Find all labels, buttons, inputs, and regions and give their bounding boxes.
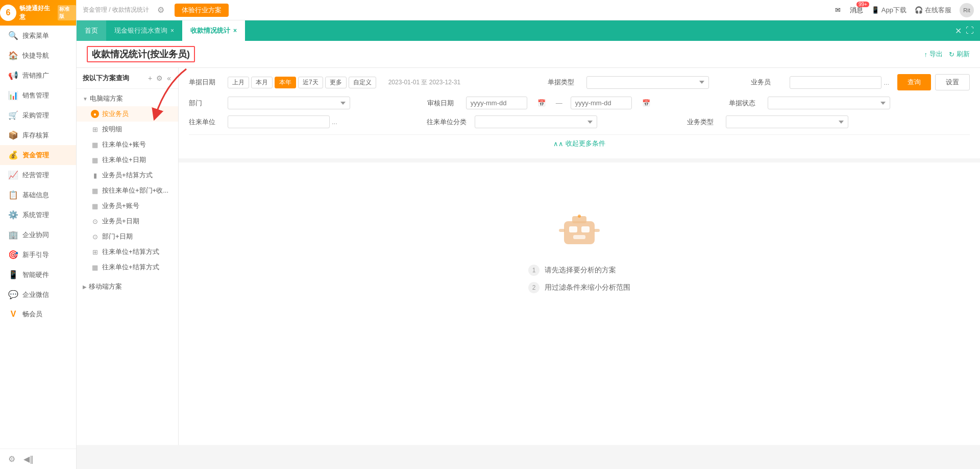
- tab-bank-flow-close[interactable]: ×: [170, 27, 174, 34]
- scheme-pc-group-header[interactable]: ▼ 电脑端方案: [77, 91, 178, 106]
- staff-input[interactable]: [790, 76, 881, 89]
- tab-collection-stats-close[interactable]: ×: [233, 27, 237, 34]
- scheme-item-unit-dept-collect[interactable]: ▦ 按往来单位+部门+收...: [77, 183, 178, 198]
- scheme-item-dept-date[interactable]: ⊙ 部门+日期: [77, 229, 178, 244]
- review-date-calendar-from[interactable]: 📅: [537, 99, 546, 107]
- filter-row-2: 部门 审核日期 📅 — 📅: [189, 97, 970, 109]
- staff-settle-label: 业务员+结算方式: [102, 171, 153, 180]
- scheme-mobile-group-header[interactable]: ▶ 移动端方案: [77, 279, 178, 294]
- sidebar-item-enterprise[interactable]: 🏢 企业协同: [0, 225, 76, 245]
- date-btn-last-month[interactable]: 上月: [228, 77, 249, 88]
- scheme-item-staff-date[interactable]: ⊙ 业务员+日期: [77, 214, 178, 229]
- sidebar-item-marketing[interactable]: 📢 营销推广: [0, 65, 76, 85]
- sidebar-item-operations[interactable]: 📈 经营管理: [0, 165, 76, 185]
- unit-dept-collect-label: 按往来单位+部门+收...: [102, 186, 168, 195]
- scheme-item-unit-account[interactable]: ▦ 往来单位+账号: [77, 137, 178, 152]
- collapse-sidebar-icon[interactable]: ◀‖: [23, 454, 34, 464]
- export-label: 导出: [929, 50, 943, 59]
- collapse-filters-btn[interactable]: ∧∧ 收起更多条件: [189, 134, 970, 152]
- svg-rect-0: [564, 221, 595, 244]
- dept-select[interactable]: [228, 97, 350, 109]
- header-gear-icon[interactable]: ⚙: [157, 5, 164, 15]
- review-date-from[interactable]: [466, 97, 527, 109]
- partner-more-icon[interactable]: ...: [332, 118, 337, 126]
- export-button[interactable]: ↑ 导出: [924, 50, 943, 59]
- sidebar-item-label: 经营管理: [22, 171, 49, 180]
- sidebar-item-smart-hw[interactable]: 📱 智能硬件: [0, 265, 76, 285]
- dept-select-wrapper: [228, 97, 350, 109]
- refresh-icon: ↻: [949, 51, 954, 58]
- scheme-pc-group: ▼ 电脑端方案 ● 按业务员 ⊞ 按明细 ▦ 往来单位+账号: [77, 89, 178, 277]
- by-staff-label: 按业务员: [102, 109, 129, 119]
- sidebar-item-basic-info[interactable]: 📋 基础信息: [0, 185, 76, 205]
- refresh-button[interactable]: ↻ 刷新: [949, 50, 970, 59]
- page-title: 收款情况统计(按业务员): [87, 46, 195, 62]
- review-date-to[interactable]: [571, 97, 632, 109]
- query-button[interactable]: 查询: [897, 74, 931, 90]
- tab-home[interactable]: 首页: [77, 20, 106, 41]
- date-btn-this-month[interactable]: 本月: [251, 77, 273, 88]
- biz-type-select[interactable]: [726, 115, 848, 128]
- unit-settle1-label: 往来单位+结算方式: [102, 247, 159, 256]
- mobile-group-arrow: ▶: [83, 284, 87, 290]
- unit-account-label: 往来单位+账号: [102, 140, 146, 149]
- scheme-item-staff-settle[interactable]: ▮ 业务员+结算方式: [77, 168, 178, 183]
- scheme-item-by-staff[interactable]: ● 按业务员: [77, 106, 178, 122]
- sidebar-item-system[interactable]: ⚙️ 系统管理: [0, 205, 76, 225]
- svg-rect-6: [559, 229, 565, 232]
- sales-icon: 📊: [8, 90, 18, 100]
- date-btn-custom[interactable]: 自定义: [349, 77, 376, 88]
- sidebar-item-guide[interactable]: 🎯 新手引导: [0, 245, 76, 265]
- top-header-left: 资金管理 / 收款情况统计 ⚙ 体验行业方案: [83, 4, 229, 17]
- scheme-item-staff-account[interactable]: ▦ 业务员+账号: [77, 198, 178, 214]
- online-service-btn[interactable]: 🎧 在线客服: [915, 6, 951, 15]
- scheme-item-unit-settle2[interactable]: ▦ 往来单位+结算方式: [77, 260, 178, 275]
- user-avatar[interactable]: Rit: [960, 3, 974, 17]
- maximize-window-icon[interactable]: ⛶: [966, 26, 974, 35]
- sidebar-item-sales[interactable]: 📊 销售管理: [0, 85, 76, 105]
- scheme-settings-btn[interactable]: ⚙: [155, 73, 164, 83]
- settings-button[interactable]: 设置: [935, 74, 970, 90]
- doc-type-select[interactable]: [586, 76, 709, 89]
- sidebar-item-inventory[interactable]: 📦 库存核算: [0, 125, 76, 145]
- sidebar-item-search-menu[interactable]: 🔍 搜索菜单: [0, 26, 76, 45]
- tab-collection-stats-label: 收款情况统计: [190, 26, 230, 35]
- date-btn-more[interactable]: 更多: [325, 77, 347, 88]
- tab-collection-stats[interactable]: 收款情况统计 ×: [182, 20, 245, 41]
- by-detail-icon: ⊞: [91, 125, 99, 133]
- finance-icon: 💰: [8, 150, 18, 160]
- date-btn-last-7days[interactable]: 近7天: [298, 77, 323, 88]
- empty-state: 1 请先选择要分析的方案 2 用过滤条件来缩小分析范围: [179, 162, 980, 445]
- scheme-add-btn[interactable]: +: [147, 73, 153, 83]
- sidebar-item-finance[interactable]: 💰 资金管理: [0, 145, 76, 165]
- partner-input[interactable]: [228, 115, 330, 128]
- date-range-display: 2023-01-01 至 2023-12-31: [388, 78, 460, 87]
- close-window-icon[interactable]: ✕: [955, 26, 962, 36]
- tab-bank-flow[interactable]: 现金银行流水查询 ×: [106, 20, 182, 41]
- scheme-item-unit-settle1[interactable]: ⊞ 往来单位+结算方式: [77, 244, 178, 260]
- review-date-calendar-to[interactable]: 📅: [642, 99, 650, 107]
- staff-more-icon[interactable]: ...: [884, 79, 889, 86]
- sidebar-item-purchase[interactable]: 🛒 采购管理: [0, 105, 76, 125]
- sidebar-item-quick-nav[interactable]: 🏠 快捷导航: [0, 45, 76, 65]
- tab-bar-right: ✕ ⛶: [955, 26, 980, 36]
- partner-category-select[interactable]: [475, 115, 597, 128]
- message-badge: 99+: [856, 2, 869, 7]
- filter-actions: 查询 设置: [897, 74, 970, 90]
- message-btn[interactable]: ✉ 99+ 消息: [835, 6, 863, 15]
- scheme-item-by-detail[interactable]: ⊞ 按明细: [77, 122, 178, 137]
- settings-icon[interactable]: ⚙: [8, 454, 15, 464]
- doc-status-select[interactable]: [768, 97, 890, 109]
- empty-step-2: 2 用过滤条件来缩小分析范围: [528, 282, 630, 293]
- page-title-bar: 收款情况统计(按业务员) ↑ 导出 ↻ 刷新: [77, 41, 980, 68]
- trial-button[interactable]: 体验行业方案: [175, 4, 229, 17]
- app-download-btn[interactable]: 📱 App下载: [871, 6, 906, 15]
- scheme-item-unit-date[interactable]: ▦ 往来单位+日期: [77, 152, 178, 168]
- logo-text: 畅捷通好生意: [19, 4, 56, 21]
- staff-account-label: 业务员+账号: [102, 201, 139, 210]
- date-btn-this-year[interactable]: 本年: [275, 77, 296, 88]
- scheme-collapse-btn[interactable]: «: [166, 73, 172, 83]
- sidebar-item-wechat-biz[interactable]: 💬 企业微信: [0, 285, 76, 304]
- staff-date-label: 业务员+日期: [102, 217, 139, 226]
- sidebar-item-member[interactable]: V 畅会员: [0, 304, 76, 324]
